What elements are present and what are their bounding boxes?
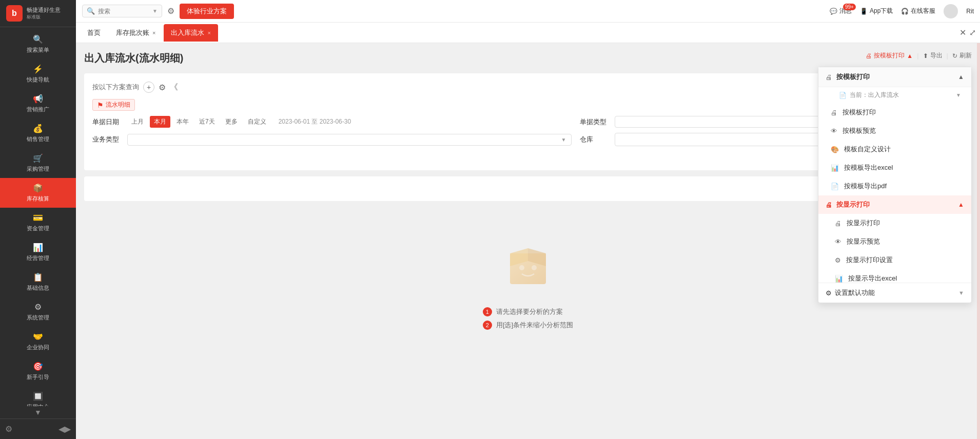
- dropdown-display-export-excel[interactable]: 📊 按显示导出excel: [818, 269, 971, 283]
- filter-tag-liushui[interactable]: ⚑ 流水明细: [92, 99, 135, 111]
- tab-close-inventory-batch[interactable]: ×: [152, 30, 155, 36]
- dropdown-display-print-item[interactable]: 🖨 按显示打印: [818, 214, 971, 232]
- add-condition-button[interactable]: +: [143, 82, 154, 93]
- sidebar-item-label: 采购管理: [27, 165, 49, 173]
- tab-home[interactable]: 首页: [80, 24, 108, 42]
- dropdown-display-print-settings[interactable]: ⚙ 按显示打印设置: [818, 251, 971, 269]
- warehouse-label: 仓库: [580, 135, 611, 144]
- collapse-icon[interactable]: ◀▶: [58, 424, 71, 434]
- trial-button[interactable]: 体验行业方案: [180, 4, 234, 19]
- search-dropdown-icon[interactable]: ▼: [152, 8, 158, 14]
- marketing-icon: 📢: [33, 94, 43, 104]
- preview-icon-2: 👁: [835, 238, 841, 246]
- app-download-button[interactable]: 📱 App下载: [860, 7, 893, 15]
- date-option-last-month[interactable]: 上月: [127, 116, 148, 128]
- settings-print-icon: ⚙: [835, 256, 841, 264]
- dropdown-template-export-excel[interactable]: 📊 按模板导出excel: [818, 158, 971, 177]
- date-option-custom[interactable]: 自定义: [244, 116, 270, 128]
- empty-step-2: 2 用[选]条件来缩小分析范围: [483, 321, 573, 330]
- apps-icon: 🔲: [33, 391, 43, 401]
- tab-stock-flow[interactable]: 出入库流水 ×: [164, 24, 218, 42]
- excel-icon-2: 📊: [835, 275, 843, 283]
- dropdown-display-preview[interactable]: 👁 按显示预览: [818, 232, 971, 251]
- dropdown-collapse-icon[interactable]: ▲: [958, 73, 964, 81]
- sidebar-item-label: 营销推广: [27, 106, 49, 113]
- sidebar-item-apps[interactable]: 🔲 应用中心: [0, 386, 76, 406]
- sidebar-item-sales[interactable]: 💰 销售管理: [0, 118, 76, 148]
- dropdown-template-export-pdf[interactable]: 📄 按模板导出pdf: [818, 177, 971, 195]
- svg-point-3: [519, 265, 524, 270]
- sidebar-item-label: 库存核算: [27, 195, 49, 203]
- sidebar-item-label: 销售管理: [27, 135, 49, 143]
- sidebar-item-label: 经营管理: [27, 254, 49, 262]
- dropdown-template-print-item[interactable]: 🖨 按模板打印: [818, 103, 971, 122]
- dropdown-template-print-header: 🖨 按模板打印 ▲: [818, 67, 971, 87]
- dropdown-scrollable: 🖨 按模板打印 ▲ 📄 当前：出入库流水 ▼ 🖨 按模板打印: [818, 67, 971, 283]
- tabbar-right: ✕ ⤢: [959, 28, 976, 37]
- right-edge-bar: [977, 43, 980, 439]
- print-template-button[interactable]: 🖨 按模板打印 ▲: [866, 51, 913, 60]
- dropdown-footer-set-default[interactable]: ⚙ 设置默认功能 ▼: [818, 283, 971, 303]
- sidebar-item-search[interactable]: 🔍 搜索菜单: [0, 29, 76, 59]
- date-option-current-year[interactable]: 本年: [172, 116, 193, 128]
- sidebar-item-guide[interactable]: 🎯 新手引导: [0, 356, 76, 386]
- close-tab-icon[interactable]: ✕: [959, 28, 966, 37]
- tab-close-stock-flow[interactable]: ×: [207, 30, 210, 36]
- settings-icon[interactable]: ⚙: [5, 424, 12, 434]
- sidebar-scroll-down[interactable]: ▼: [34, 408, 42, 416]
- global-search[interactable]: 🔍 ▼: [82, 5, 162, 17]
- dropdown-display-print-header[interactable]: 🖨 按显示打印 ▲: [818, 195, 971, 214]
- settings-condition-icon[interactable]: ⚙: [159, 83, 166, 92]
- dropdown-template-custom-design[interactable]: 🎨 模板自定义设计: [818, 140, 971, 158]
- expand-icon[interactable]: ⤢: [969, 28, 976, 37]
- preview-icon: 👁: [831, 127, 837, 135]
- search-icon: 🔍: [87, 7, 95, 15]
- print-icon-2: 🖨: [835, 220, 841, 227]
- message-badge: 99+: [843, 4, 856, 10]
- export-button[interactable]: ⬆ 导出: [923, 51, 943, 60]
- shortcut-icon: ⚡: [33, 64, 43, 74]
- date-label: 单据日期: [92, 117, 123, 127]
- search-input[interactable]: [98, 8, 149, 15]
- dropdown-current-label: 📄 当前：出入库流水 ▼: [818, 87, 971, 103]
- search-icon: 🔍: [33, 34, 43, 44]
- sidebar-item-marketing[interactable]: 📢 营销推广: [0, 89, 76, 118]
- business-type-label: 业务类型: [92, 135, 123, 144]
- print-dropdown-panel: 🖨 按模板打印 ▲ 📄 当前：出入库流水 ▼ 🖨 按模板打印: [818, 67, 972, 303]
- printer-active-icon: 🖨: [826, 201, 832, 209]
- sidebar-item-purchase[interactable]: 🛒 采购管理: [0, 148, 76, 178]
- sidebar-item-label: 应用中心: [27, 403, 49, 406]
- refresh-button[interactable]: ↻ 刷新: [952, 51, 972, 60]
- printer-icon-2: 🖨: [826, 73, 832, 81]
- business-type-select[interactable]: ▼: [127, 134, 572, 146]
- date-option-current-month[interactable]: 本月: [150, 116, 170, 128]
- chevron-down-icon-2: ▼: [561, 137, 566, 143]
- avatar[interactable]: [944, 4, 958, 18]
- chevron-up-icon-3[interactable]: ▲: [958, 201, 964, 208]
- sidebar-item-operations[interactable]: 📊 经营管理: [0, 237, 76, 267]
- chevron-down-icon-3: ▼: [956, 92, 961, 98]
- design-icon: 🎨: [831, 146, 839, 153]
- sidebar-item-corp[interactable]: 🤝 企业协同: [0, 327, 76, 356]
- toolbar-divider-1: |: [917, 52, 918, 59]
- online-service-button[interactable]: 🎧 在线客服: [901, 7, 935, 15]
- message-button[interactable]: 💬 消息 99+: [830, 7, 852, 15]
- username[interactable]: Rit: [966, 8, 974, 15]
- dropdown-template-preview[interactable]: 👁 按模板预览: [818, 122, 971, 140]
- sidebar-item-inventory[interactable]: 📦 库存核算: [0, 178, 76, 208]
- tab-inventory-batch[interactable]: 库存批次账 ×: [109, 24, 163, 42]
- date-option-more[interactable]: 更多: [221, 116, 242, 128]
- sidebar-nav: 🔍 搜索菜单 ⚡ 快捷导航 📢 营销推广 💰 销售管理 🛒 采购管理 📦: [0, 27, 76, 406]
- collapse-condition-icon[interactable]: 《: [170, 82, 178, 93]
- topbar-gear-icon[interactable]: ⚙: [167, 6, 174, 16]
- sidebar-item-basic[interactable]: 📋 基础信息: [0, 267, 76, 297]
- date-options: 上月 本月 本年 近7天 更多 自定义: [127, 116, 270, 128]
- purchase-icon: 🛒: [33, 153, 43, 163]
- sidebar-item-shortcut[interactable]: ⚡ 快捷导航: [0, 59, 76, 89]
- tabbar: 首页 库存批次账 × 出入库流水 × ✕ ⤢: [76, 23, 980, 43]
- date-option-7days[interactable]: 近7天: [195, 116, 219, 128]
- topbar-right: 💬 消息 99+ 📱 App下载 🎧 在线客服 Rit: [830, 4, 974, 18]
- logo-icon: b: [6, 5, 23, 22]
- sidebar-item-system[interactable]: ⚙ 系统管理: [0, 297, 76, 327]
- sidebar-item-finance[interactable]: 💳 资金管理: [0, 208, 76, 237]
